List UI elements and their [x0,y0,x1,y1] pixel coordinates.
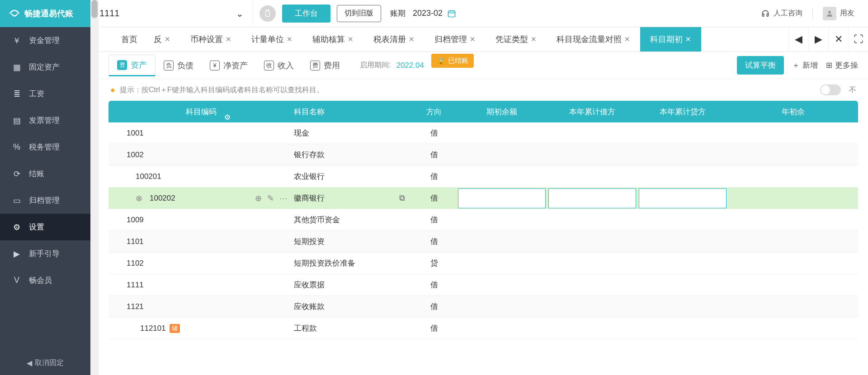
table-row[interactable]: 1009其他货币资金借 [108,209,858,231]
tabs-close-button[interactable]: ✕ [828,27,848,52]
enable-period-value: 2022.04 [396,61,424,70]
tab-首页[interactable]: 首页 [111,27,144,52]
sidebar-item-asset[interactable]: ▦固定资产 [0,54,90,80]
name-cell: 农业银行 [294,171,411,182]
dir-cell: 借 [411,150,457,160]
sidebar-item-close[interactable]: ⟳结账 [0,160,90,187]
tab-label: 税表清册 [373,34,406,45]
close-icon[interactable]: ✕ [531,35,537,43]
sidebar-item-fund[interactable]: ￥资金管理 [0,27,90,54]
svg-rect-1 [448,11,455,17]
col-dir[interactable]: 方向 [411,107,457,117]
col-balance[interactable]: 期初余额 [457,107,547,117]
sidebar-item-label: 设置 [29,222,44,232]
tab-凭证类型[interactable]: 凭证类型✕ [486,27,547,52]
unpin-button[interactable]: ◀ 取消固定 [0,351,90,375]
period-value[interactable]: 2023-02 [413,9,443,18]
subtab-收入[interactable]: 收收入 [256,55,302,76]
more-ops-button[interactable]: ⊞更多操 [826,60,858,70]
subtab-费用[interactable]: 费费用 [302,55,348,76]
sidebar-item-salary[interactable]: ≣工资 [0,80,90,107]
avatar-icon [823,7,836,20]
close-icon[interactable]: ✕ [409,35,415,43]
name-cell: 应收账款 [294,301,411,312]
tab-辅助核算[interactable]: 辅助核算✕ [302,27,363,52]
col-name[interactable]: 科目名称 [294,107,411,117]
table-row[interactable]: 1001现金借 [108,122,858,144]
sidebar-item-guide[interactable]: ▶新手引导 [0,240,90,267]
edit-icon[interactable]: ✎ [267,193,274,203]
delete-icon[interactable]: ⊗ [136,193,142,203]
close-icon[interactable]: ✕ [685,35,691,43]
tab-反[interactable]: 反✕ [144,27,180,52]
table-row[interactable]: 100201农业银行借 [108,166,858,188]
trial-balance-button[interactable]: 试算平衡 [737,56,784,75]
more-icon[interactable]: ⋯ [279,193,288,203]
sidebar-item-invoice[interactable]: ▤发票管理 [0,107,90,134]
subtab-净资产[interactable]: ¥净资产 [202,55,256,76]
subtab-资产[interactable]: 资资产 [108,55,156,76]
table-row[interactable]: ⊗100202⊕✎⋯徽商银行⧉借 [108,188,858,209]
dir-cell: 借 [411,236,457,247]
credit-input[interactable] [639,188,726,208]
closed-badge: 🔒 已结账 [431,54,474,68]
toggle-switch[interactable] [820,84,841,95]
sidebar-item-archive[interactable]: ▭归档管理 [0,187,90,214]
tab-计量单位[interactable]: 计量单位✕ [241,27,302,52]
table-row[interactable]: 1121应收账款借 [108,296,858,318]
clipboard-button[interactable] [259,5,276,22]
sidebar-item-settings[interactable]: ⚙设置 [0,214,90,240]
add-button[interactable]: ＋新增 [792,60,818,70]
tabs-next-button[interactable]: ▶ [808,27,828,52]
code-cell: 1001 [108,129,294,138]
table-row[interactable]: 112101辅工程款借 [108,318,858,339]
tabs-prev-button[interactable]: ◀ [788,27,808,52]
col-code[interactable]: 科目编码⚙ [108,107,294,117]
col-credit[interactable]: 本年累计贷方 [637,107,728,117]
sidebar-item-label: 畅会员 [29,275,52,286]
col-debit[interactable]: 本年累计借方 [547,107,637,117]
name-cell: 现金 [294,128,411,138]
svg-rect-0 [266,11,270,16]
aux-badge: 辅 [170,324,180,333]
plus-icon: ＋ [792,60,800,70]
user-menu[interactable]: 用友 [823,7,854,20]
sidebar-item-vip[interactable]: V畅会员 [0,267,90,294]
close-icon[interactable]: ✕ [165,35,170,43]
copy-icon[interactable]: ⧉ [399,193,411,203]
table-row[interactable]: 1101短期投资借 [108,231,858,253]
tab-税表清册[interactable]: 税表清册✕ [363,27,425,52]
invoice-icon: ▤ [12,116,22,126]
close-icon[interactable]: ✕ [226,35,231,43]
sidebar-item-tax[interactable]: %税务管理 [0,134,90,160]
subtab-负债[interactable]: 负负债 [156,55,202,76]
balance-input[interactable] [458,188,546,208]
sidebar-scrollbar[interactable] [90,0,99,375]
support-link[interactable]: 人工咨询 [761,9,802,18]
table-row[interactable]: 1111应收票据借 [108,274,858,296]
sidebar-item-label: 资金管理 [29,35,60,46]
tab-label: 计量单位 [251,34,284,45]
debit-input[interactable] [548,188,636,208]
close-icon[interactable]: ✕ [348,35,354,43]
tab-归档管理[interactable]: 归档管理✕ [425,27,486,52]
add-icon[interactable]: ⊕ [255,193,262,203]
entity-selector[interactable]: 1111 ⌄ [90,0,253,27]
table-row[interactable]: 1102短期投资跌价准备贷 [108,253,858,274]
tab-科目现金流量对照[interactable]: 科目现金流量对照✕ [547,27,640,52]
switch-old-button[interactable]: 切到旧版 [337,5,381,22]
name-cell: 工程款 [294,323,411,333]
workbench-button[interactable]: 工作台 [282,5,330,23]
col-year[interactable]: 年初余 [728,107,858,117]
table-row[interactable]: 1002银行存款借 [108,144,858,166]
tabs-expand-button[interactable]: ⛶ [848,27,868,52]
calendar-icon[interactable] [447,9,456,18]
gear-icon[interactable]: ⚙ [224,113,231,122]
category-icon: 收 [264,61,274,70]
close-icon[interactable]: ✕ [624,35,630,43]
tab-科目期初[interactable]: 科目期初✕ [640,27,701,52]
code-cell: 1102 [108,259,294,268]
close-icon[interactable]: ✕ [470,35,476,43]
close-icon[interactable]: ✕ [287,35,292,43]
tab-币种设置[interactable]: 币种设置✕ [180,27,241,52]
